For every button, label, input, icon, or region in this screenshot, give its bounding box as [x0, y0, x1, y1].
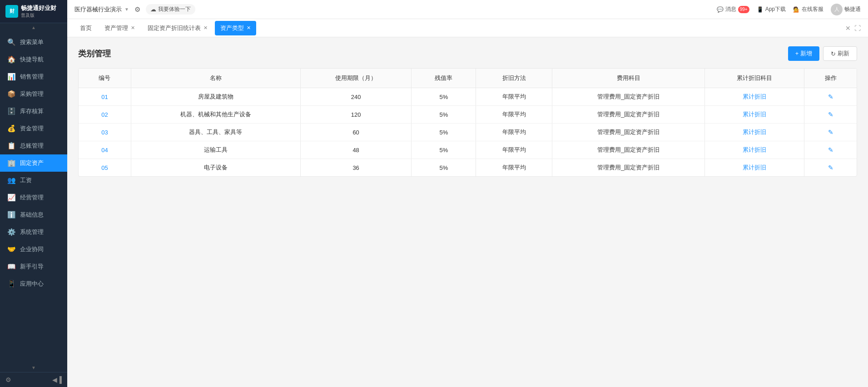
sidebar-item-system[interactable]: ⚙️ 系统管理 — [0, 223, 67, 241]
row-id[interactable]: 05 — [79, 159, 131, 177]
topbar-left: 医疗器械行业演示 ▼ ⚙ ☁ 我要体验一下 — [74, 4, 195, 15]
collapse-icon[interactable]: ◀▐ — [52, 376, 62, 383]
message-icon: 💬 — [717, 6, 724, 13]
tab-asset-type[interactable]: 资产类型✕ — [215, 21, 256, 35]
sidebar-item-search[interactable]: 🔍 搜索菜单 — [0, 34, 67, 51]
tab-home[interactable]: 首页 — [74, 21, 97, 35]
sidebar-nav: 🔍 搜索菜单 🏠 快捷导航 📊 销售管理 📦 采购管理 🗄️ 库存核算 💰 资金… — [0, 32, 67, 363]
nav-label-basic-info: 基础信息 — [20, 211, 44, 219]
row-id[interactable]: 01 — [79, 88, 131, 106]
row-accumulated[interactable]: 累计折旧 — [705, 159, 804, 177]
main-area: 医疗器械行业演示 ▼ ⚙ ☁ 我要体验一下 💬 消息 99+ 📱 App下载 💁… — [67, 0, 868, 387]
nav-icon-app-center: 📱 — [7, 280, 15, 288]
sidebar-item-app-center[interactable]: 📱 应用中心 — [0, 275, 67, 293]
row-accumulated[interactable]: 累计折旧 — [705, 88, 804, 106]
row-action[interactable]: ✎ — [804, 141, 857, 159]
sidebar-item-inventory[interactable]: 🗄️ 库存核算 — [0, 103, 67, 120]
sidebar-item-operations[interactable]: 📈 经营管理 — [0, 189, 67, 206]
table-row: 03器具、工具、家具等605%年限平均管理费用_固定资产折旧累计折旧✎ — [79, 124, 857, 141]
row-accumulated[interactable]: 累计折旧 — [705, 106, 804, 124]
row-action[interactable]: ✎ — [804, 159, 857, 177]
tab-close-asset-mgmt[interactable]: ✕ — [131, 25, 135, 31]
table-row: 01房屋及建筑物2405%年限平均管理费用_固定资产折旧累计折旧✎ — [79, 88, 857, 106]
nav-label-finance: 资金管理 — [20, 124, 44, 133]
maximize-window-icon[interactable]: ⛶ — [854, 25, 861, 32]
cloud-icon: ☁ — [150, 6, 156, 13]
refresh-icon: ↻ — [831, 50, 836, 57]
topbar-settings-icon[interactable]: ⚙ — [134, 5, 140, 14]
nav-icon-guide: 📖 — [7, 263, 15, 271]
nav-icon-payroll: 👥 — [7, 176, 15, 184]
row-expense: 管理费用_固定资产折旧 — [552, 106, 705, 124]
sidebar-item-finance[interactable]: 💰 资金管理 — [0, 120, 67, 137]
app-download-action[interactable]: 📱 App下载 — [757, 5, 786, 13]
nav-label-system: 系统管理 — [20, 228, 44, 236]
nav-label-inventory: 库存核算 — [20, 107, 44, 115]
row-period: 36 — [300, 159, 412, 177]
row-id[interactable]: 02 — [79, 106, 131, 124]
nav-icon-cooperation: 🤝 — [7, 245, 15, 253]
sidebar-item-cooperation[interactable]: 🤝 企业协同 — [0, 241, 67, 258]
sidebar-item-payroll[interactable]: 👥 工资 — [0, 172, 67, 189]
topbar-right: 💬 消息 99+ 📱 App下载 💁 在线客服 人 畅捷通 — [717, 4, 861, 15]
row-residual: 5% — [412, 106, 476, 124]
tab-label-home: 首页 — [80, 24, 92, 32]
tab-close-depreciation-table[interactable]: ✕ — [203, 25, 208, 31]
online-service-label: 在线客服 — [802, 5, 823, 13]
sidebar-item-guide[interactable]: 📖 新手引导 — [0, 258, 67, 275]
close-window-icon[interactable]: ✕ — [845, 25, 851, 32]
sidebar-item-quick-nav[interactable]: 🏠 快捷导航 — [0, 51, 67, 68]
tab-close-asset-type[interactable]: ✕ — [247, 25, 251, 31]
brand-text: 畅捷通好业财 普及版 — [21, 5, 56, 18]
col-header-6: 累计折旧科目 — [705, 69, 804, 88]
row-action[interactable]: ✎ — [804, 88, 857, 106]
nav-label-operations: 经营管理 — [20, 194, 44, 202]
row-name: 运输工具 — [131, 141, 300, 159]
row-method: 年限平均 — [476, 159, 552, 177]
row-accumulated[interactable]: 累计折旧 — [705, 124, 804, 141]
messages-label: 消息 — [725, 5, 736, 13]
row-action[interactable]: ✎ — [804, 106, 857, 124]
messages-action[interactable]: 💬 消息 99+ — [717, 5, 749, 13]
nav-icon-quick-nav: 🏠 — [7, 55, 15, 64]
settings-icon[interactable]: ⚙ — [5, 376, 11, 383]
topbar-title: 医疗器械行业演示 ▼ — [74, 5, 129, 14]
row-accumulated[interactable]: 累计折旧 — [705, 141, 804, 159]
tab-asset-mgmt[interactable]: 资产管理✕ — [99, 21, 140, 35]
refresh-button[interactable]: ↻ 刷新 — [823, 46, 857, 61]
row-residual: 5% — [412, 124, 476, 141]
row-period: 60 — [300, 124, 412, 141]
company-dropdown-arrow[interactable]: ▼ — [124, 7, 129, 12]
sidebar-item-basic-info[interactable]: ℹ️ 基础信息 — [0, 206, 67, 223]
app-download-label: App下载 — [765, 5, 786, 13]
nav-icon-sales: 📊 — [7, 73, 15, 81]
user-profile[interactable]: 人 畅捷通 — [831, 4, 861, 15]
sidebar-item-ledger[interactable]: 📋 总账管理 — [0, 137, 67, 154]
tab-depreciation-table[interactable]: 固定资产折旧统计表✕ — [142, 21, 213, 35]
category-table: 编号名称使用期限（月）残值率折旧方法费用科目累计折旧科目操作 01房屋及建筑物2… — [78, 68, 857, 177]
col-header-2: 使用期限（月） — [300, 69, 412, 88]
row-residual: 5% — [412, 141, 476, 159]
experience-button[interactable]: ☁ 我要体验一下 — [146, 4, 195, 15]
new-button[interactable]: + 新增 — [788, 46, 819, 61]
tab-label-depreciation-table: 固定资产折旧统计表 — [148, 24, 201, 32]
row-action[interactable]: ✎ — [804, 124, 857, 141]
online-service-action[interactable]: 💁 在线客服 — [793, 5, 823, 13]
nav-label-ledger: 总账管理 — [20, 142, 44, 150]
nav-icon-purchase: 📦 — [7, 90, 15, 98]
nav-icon-inventory: 🗄️ — [7, 107, 15, 115]
row-id[interactable]: 04 — [79, 141, 131, 159]
nav-icon-system: ⚙️ — [7, 228, 15, 236]
sidebar-item-purchase[interactable]: 📦 采购管理 — [0, 85, 67, 103]
sidebar-item-sales[interactable]: 📊 销售管理 — [0, 68, 67, 85]
row-id[interactable]: 03 — [79, 124, 131, 141]
row-method: 年限平均 — [476, 106, 552, 124]
nav-icon-fixed-assets: 🏢 — [7, 159, 15, 167]
table-header: 编号名称使用期限（月）残值率折旧方法费用科目累计折旧科目操作 — [79, 69, 857, 88]
messages-badge: 99+ — [738, 6, 749, 13]
nav-icon-operations: 📈 — [7, 194, 15, 202]
table-row: 02机器、机械和其他生产设备1205%年限平均管理费用_固定资产折旧累计折旧✎ — [79, 106, 857, 124]
scroll-up-arrow[interactable]: ▲ — [0, 23, 67, 32]
sidebar-item-fixed-assets[interactable]: 🏢 固定资产 — [0, 154, 67, 172]
scroll-down-arrow[interactable]: ▼ — [0, 363, 67, 372]
